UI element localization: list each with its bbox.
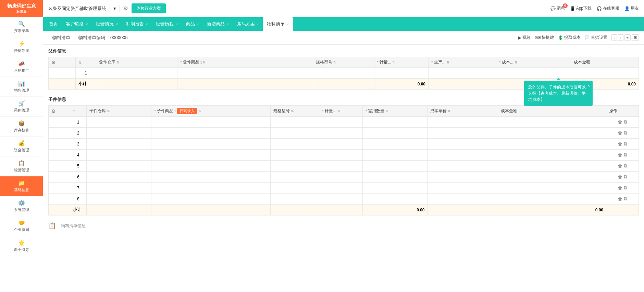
child-sort-icon[interactable]: ⇅ bbox=[73, 109, 76, 113]
copy-row-6-icon[interactable]: ⧉ bbox=[624, 174, 627, 180]
child-row3-unit[interactable] bbox=[319, 139, 362, 150]
prev-arrow[interactable]: ‹ bbox=[611, 34, 617, 41]
child-row8-warehouse[interactable] bbox=[86, 194, 151, 205]
copy-row-3-icon[interactable]: ⧉ bbox=[624, 141, 627, 147]
child-row2-unitcost[interactable] bbox=[428, 128, 498, 139]
child-row6-unitcost[interactable] bbox=[428, 172, 498, 183]
child-row6-qty[interactable] bbox=[362, 172, 428, 183]
child-row1-qty[interactable] bbox=[362, 117, 428, 128]
delete-row-3-icon[interactable]: 🗑 bbox=[618, 141, 622, 147]
sidebar-item-collab[interactable]: 🤝 企业协同 bbox=[0, 216, 43, 236]
delete-row-7-icon[interactable]: 🗑 bbox=[618, 185, 622, 191]
shortcut-action[interactable]: ⌨ 快捷键 bbox=[535, 35, 554, 40]
tab-profit[interactable]: 利润报告 × bbox=[122, 17, 152, 31]
tab-operations-status-close[interactable]: × bbox=[115, 22, 117, 26]
child-row7-warehouse[interactable] bbox=[86, 183, 151, 194]
child-row1-unit[interactable] bbox=[319, 117, 362, 128]
prod-sort-icon[interactable]: ⇅ bbox=[447, 60, 449, 64]
child-row4-warehouse[interactable] bbox=[86, 150, 151, 161]
delete-row-8-icon[interactable]: 🗑 bbox=[618, 196, 622, 202]
delete-row-1-icon[interactable]: 🗑 bbox=[618, 119, 622, 125]
parent-row1-warehouse[interactable] bbox=[96, 68, 177, 79]
tab-customers-close[interactable]: × bbox=[86, 22, 88, 26]
sidebar-item-marketing[interactable]: 📣 营销推广 bbox=[0, 57, 43, 77]
scan-button[interactable]: 扫码录入 bbox=[177, 108, 197, 114]
child-row7-unit[interactable] bbox=[319, 183, 362, 194]
child-row5-warehouse[interactable] bbox=[86, 161, 151, 172]
sidebar-item-quicknav[interactable]: ⚡ 快捷导航 bbox=[0, 37, 43, 57]
sidebar-item-finance[interactable]: 💰 资金管理 bbox=[0, 137, 43, 156]
parent-row1-prod[interactable] bbox=[428, 68, 496, 79]
sidebar-item-sales[interactable]: 📊 销售管理 bbox=[0, 77, 43, 97]
tooltip-close-button[interactable]: × bbox=[587, 82, 590, 89]
copy-row-7-icon[interactable]: ⧉ bbox=[624, 185, 627, 191]
tab-barcode[interactable]: 条码方案 × bbox=[233, 17, 263, 31]
child-row2-qty[interactable] bbox=[362, 128, 428, 139]
child-unit-sort[interactable]: ⇅ bbox=[337, 109, 340, 113]
child-row1-unitcost[interactable] bbox=[428, 117, 498, 128]
child-row7-unitcost[interactable] bbox=[428, 183, 498, 194]
child-row5-unit[interactable] bbox=[319, 161, 362, 172]
settings-gear-icon[interactable]: ⚙ bbox=[51, 60, 56, 65]
child-row5-product[interactable] bbox=[151, 161, 271, 172]
tab-history[interactable]: 经营历程 × bbox=[152, 17, 182, 31]
tab-new-product-close[interactable]: × bbox=[226, 22, 228, 26]
settings-action[interactable]: 📄 单据设置 bbox=[585, 35, 607, 40]
all-tabs-close[interactable]: × bbox=[639, 21, 642, 27]
child-row6-warehouse[interactable] bbox=[86, 172, 151, 183]
child-wh-sort[interactable]: ⇅ bbox=[107, 109, 110, 113]
sidebar-item-guide[interactable]: 🌟 新手引导 bbox=[0, 236, 43, 256]
trial-button[interactable]: 体验行业方案 bbox=[132, 3, 166, 13]
parent-row1-product[interactable] bbox=[177, 68, 313, 79]
sidebar-item-basic[interactable]: 📁 基础信息 bbox=[0, 176, 43, 196]
app-download-action[interactable]: 📱 App下载 bbox=[570, 5, 592, 11]
delete-row-6-icon[interactable]: 🗑 bbox=[618, 174, 622, 180]
parent-row1-spec[interactable] bbox=[313, 68, 374, 79]
child-spec-sort[interactable]: ⇅ bbox=[291, 109, 294, 113]
child-row8-unitcost[interactable] bbox=[428, 194, 498, 205]
child-row4-unit[interactable] bbox=[319, 150, 362, 161]
child-row3-product[interactable] bbox=[151, 139, 271, 150]
child-row4-qty[interactable] bbox=[362, 150, 428, 161]
tab-products-close[interactable]: × bbox=[197, 22, 199, 26]
child-row3-unitcost[interactable] bbox=[428, 139, 498, 150]
view-action[interactable]: ▶ 视频 bbox=[518, 35, 531, 40]
cost-action[interactable]: 💲 提取成本 bbox=[558, 35, 581, 40]
copy-row-4-icon[interactable]: ⧉ bbox=[624, 152, 627, 158]
child-row8-qty[interactable] bbox=[362, 194, 428, 205]
child-row6-product[interactable] bbox=[151, 172, 271, 183]
spec-sort-icon[interactable]: ⇅ bbox=[333, 60, 336, 64]
child-row2-warehouse[interactable] bbox=[86, 128, 151, 139]
child-row3-spec[interactable] bbox=[271, 139, 319, 150]
child-row8-product[interactable] bbox=[151, 194, 271, 205]
child-row2-product[interactable] bbox=[151, 128, 271, 139]
subtab-list[interactable]: 物料清单 bbox=[48, 31, 74, 45]
system-selector[interactable]: ▼ bbox=[110, 5, 120, 12]
tab-products[interactable]: 商品 × bbox=[182, 17, 203, 31]
parent-row1-unit[interactable] bbox=[374, 68, 428, 79]
delete-row-4-icon[interactable]: 🗑 bbox=[618, 152, 622, 158]
tab-new-product[interactable]: 新增商品 × bbox=[203, 17, 233, 31]
tab-barcode-close[interactable]: × bbox=[257, 22, 259, 26]
child-row7-spec[interactable] bbox=[271, 183, 319, 194]
expand-view[interactable]: ⊞ bbox=[632, 34, 639, 41]
sidebar-item-system[interactable]: ⚙️ 系统管理 bbox=[0, 196, 43, 216]
copy-row-1-icon[interactable]: ⧉ bbox=[624, 119, 627, 125]
child-row4-product[interactable] bbox=[151, 150, 271, 161]
child-row6-spec[interactable] bbox=[271, 172, 319, 183]
child-unitcost-sort[interactable]: ⇅ bbox=[448, 109, 450, 113]
sidebar-item-purchase[interactable]: 🛒 采购管理 bbox=[0, 97, 43, 117]
child-row8-unit[interactable] bbox=[319, 194, 362, 205]
delete-row-2-icon[interactable]: 🗑 bbox=[618, 130, 622, 136]
child-qty-sort[interactable]: ⇅ bbox=[385, 109, 388, 113]
child-row1-product[interactable] bbox=[151, 117, 271, 128]
warehouse-sort-icon[interactable]: ⇅ bbox=[116, 60, 119, 64]
copy-row-8-icon[interactable]: ⧉ bbox=[624, 196, 627, 202]
child-row4-unitcost[interactable] bbox=[428, 150, 498, 161]
user-action[interactable]: 👤 用友 bbox=[624, 5, 639, 11]
child-row2-unit[interactable] bbox=[319, 128, 362, 139]
tab-operations-status[interactable]: 经营情况 × bbox=[92, 17, 122, 31]
child-row2-spec[interactable] bbox=[271, 128, 319, 139]
next-arrow[interactable]: › bbox=[618, 34, 623, 41]
child-row4-spec[interactable] bbox=[271, 150, 319, 161]
